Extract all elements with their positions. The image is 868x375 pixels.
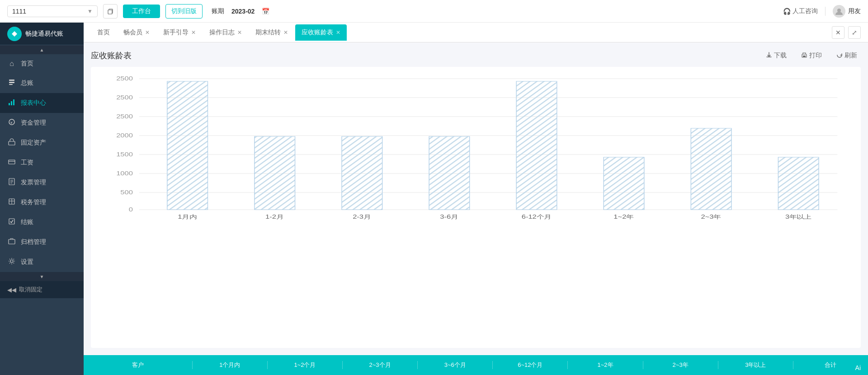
svg-text:2~3年: 2~3年 (701, 214, 721, 220)
tab-guide-label: 新手引导 (163, 28, 189, 37)
svg-text:2500: 2500 (116, 75, 133, 81)
avatar (833, 5, 845, 18)
logo-icon (7, 27, 22, 41)
chart-inner: 2500 2500 2500 2000 1500 1000 500 0 (102, 74, 850, 228)
page-content: 应收账龄表 下载 (84, 42, 868, 355)
tab-closing-close[interactable]: ✕ (283, 29, 288, 36)
print-button[interactable]: 打印 (797, 50, 826, 61)
sidebar-scroll-up[interactable]: ▲ (0, 45, 84, 54)
svg-text:1~2年: 1~2年 (613, 214, 633, 220)
tab-guide-close[interactable]: ✕ (191, 29, 196, 36)
sidebar-item-settings[interactable]: 设置 (0, 252, 84, 272)
period-value: 2023-02 (231, 8, 255, 15)
svg-text:2500: 2500 (116, 94, 133, 100)
invoice-icon (7, 178, 16, 187)
table-col-3-6m: 3~6个月 (418, 361, 493, 369)
svg-text:1月内: 1月内 (178, 214, 196, 220)
sidebar-item-tax[interactable]: 税务管理 (0, 192, 84, 212)
tab-closing[interactable]: 期末结转 ✕ (249, 24, 294, 41)
svg-text:1-2月: 1-2月 (265, 214, 283, 220)
svg-rect-7 (13, 99, 14, 105)
action-buttons: 下载 打印 (762, 50, 861, 61)
refresh-icon (836, 52, 843, 60)
tab-home[interactable]: 首页 (91, 24, 116, 41)
svg-text:2-3月: 2-3月 (353, 214, 371, 220)
svg-rect-52 (604, 157, 644, 210)
ledger-icon (7, 79, 16, 88)
tab-member[interactable]: 畅会员 ✕ (117, 24, 156, 41)
svg-rect-3 (9, 82, 14, 83)
sidebar-item-ledger[interactable]: 总账 (0, 73, 84, 93)
company-name: 1111 (12, 8, 84, 15)
svg-rect-42 (167, 81, 208, 210)
svg-rect-21 (9, 239, 15, 244)
sidebar-item-funds[interactable]: ¥ 资金管理 (0, 113, 84, 133)
table-col-2-3m: 2~3个月 (343, 361, 418, 369)
tab-member-close[interactable]: ✕ (145, 29, 150, 36)
page-title-bar: 应收账龄表 下载 (91, 50, 861, 61)
sidebar-item-invoice[interactable]: 发票管理 (0, 173, 84, 192)
calendar-icon[interactable]: 📅 (262, 8, 269, 15)
sidebar-scroll-down[interactable]: ▼ (0, 272, 84, 281)
refresh-button[interactable]: 刷新 (833, 50, 861, 61)
expand-tab-button[interactable]: ⤢ (848, 26, 861, 39)
svg-text:1500: 1500 (116, 151, 133, 157)
user-name: 用友 (848, 7, 861, 15)
table-col-1m: 1个月内 (193, 361, 268, 369)
tab-aging-close[interactable]: ✕ (336, 29, 340, 36)
table-header: 客户 1个月内 1~2个月 2~3个月 3~6个月 6~12个月 1~2年 2~… (84, 355, 868, 375)
svg-rect-48 (429, 136, 470, 210)
content-area: 首页 畅会员 ✕ 新手引导 ✕ 操作日志 ✕ 期末结转 ✕ 应收账龄表 ✕ (84, 23, 868, 375)
svg-rect-50 (516, 81, 557, 210)
tab-home-label: 首页 (97, 28, 110, 37)
sidebar-item-closing[interactable]: 结账 (0, 212, 84, 232)
cancel-fixed-button[interactable]: ◀◀ 取消固定 (0, 281, 84, 298)
tab-oplog-close[interactable]: ✕ (237, 29, 242, 36)
svg-text:3年以上: 3年以上 (785, 214, 811, 220)
svg-rect-6 (11, 101, 12, 105)
svg-rect-54 (691, 128, 731, 210)
svg-text:2500: 2500 (116, 113, 133, 119)
tab-aging[interactable]: 应收账龄表 ✕ (295, 24, 347, 41)
download-button[interactable]: 下载 (762, 50, 790, 61)
closing-icon (7, 218, 16, 227)
table-col-6-12m: 6~12个月 (493, 361, 568, 369)
svg-rect-20 (9, 219, 14, 224)
svg-text:6-12个月: 6-12个月 (522, 214, 551, 220)
tab-actions: ✕ ⤢ (832, 26, 861, 39)
sidebar-logo: 畅捷通易代账 (0, 23, 84, 45)
sidebar-item-reports[interactable]: 报表中心 (0, 93, 84, 113)
bar-chart: 2500 2500 2500 2000 1500 1000 500 0 (102, 74, 850, 228)
consult-button[interactable]: 🎧 人工咨询 (783, 7, 818, 15)
close-tab-button[interactable]: ✕ (832, 26, 844, 39)
period-label: 账期 (212, 7, 224, 15)
svg-text:2000: 2000 (116, 132, 133, 138)
ai-badge[interactable]: Ai (848, 361, 868, 375)
svg-rect-0 (108, 10, 112, 14)
svg-text:500: 500 (120, 189, 133, 195)
unpin-icon: ◀◀ (7, 286, 16, 293)
company-selector[interactable]: 1111 ▼ (7, 5, 98, 17)
sidebar-item-assets[interactable]: 固定资产 (0, 133, 84, 153)
tab-oplog[interactable]: 操作日志 ✕ (203, 24, 248, 41)
tax-icon (7, 198, 16, 207)
chart-container: 2500 2500 2500 2000 1500 1000 500 0 (91, 67, 861, 348)
workbench-button[interactable]: 工作台 (123, 5, 160, 18)
svg-text:¥: ¥ (10, 121, 13, 125)
sidebar-item-archive[interactable]: 归档管理 (0, 232, 84, 252)
sidebar-item-home[interactable]: ⌂ 首页 (0, 54, 84, 73)
copy-button[interactable] (103, 4, 118, 19)
tab-oplog-label: 操作日志 (209, 28, 235, 37)
svg-rect-2 (9, 80, 14, 81)
headset-icon: 🎧 (783, 8, 791, 15)
sidebar: 畅捷通易代账 ▲ ⌂ 首页 总账 (0, 23, 84, 375)
svg-rect-4 (9, 84, 13, 85)
old-version-button[interactable]: 切到旧版 (165, 4, 203, 19)
header-right: 🎧 人工咨询 用友 (783, 5, 861, 18)
user-button[interactable]: 用友 (833, 5, 861, 18)
svg-rect-44 (255, 136, 295, 210)
svg-text:1000: 1000 (116, 170, 133, 176)
sidebar-item-salary[interactable]: 工资 (0, 153, 84, 173)
main-layout: 畅捷通易代账 ▲ ⌂ 首页 总账 (0, 23, 868, 375)
tab-guide[interactable]: 新手引导 ✕ (157, 24, 202, 41)
